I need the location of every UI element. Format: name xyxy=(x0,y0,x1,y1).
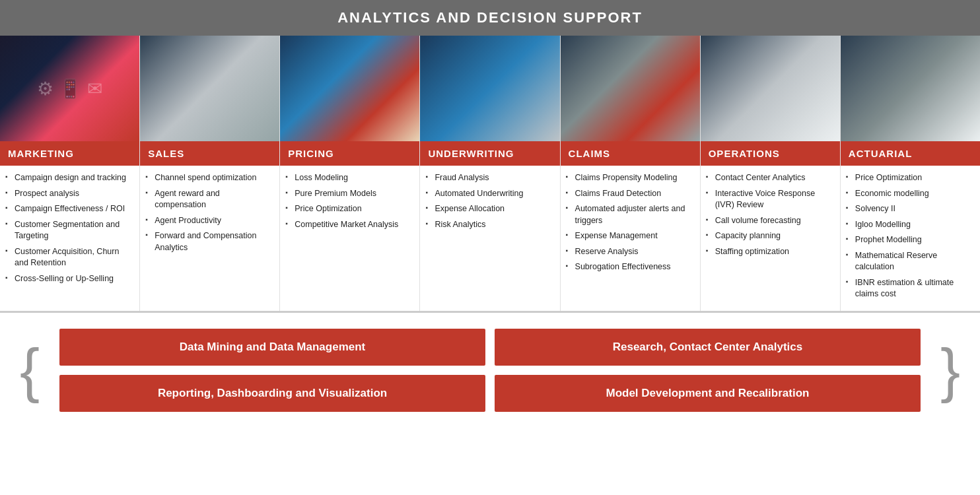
list-item: Price Optimization xyxy=(285,203,413,215)
list-item: Contact Center Analytics xyxy=(706,172,833,184)
list-item: Competitive Market Analysis xyxy=(285,219,413,231)
bottom-item: Model Development and Recalibration xyxy=(495,375,921,412)
list-item: Forward and Compensation Analytics xyxy=(145,230,273,253)
brace-right-icon: } xyxy=(940,341,960,400)
col-header-marketing: MARKETING xyxy=(0,141,139,166)
col-header-underwriting: UNDERWRITING xyxy=(420,141,559,166)
list-item: Price Optimization xyxy=(846,172,973,184)
brace-left-icon: { xyxy=(20,341,40,400)
list-item: Campaign design and tracking xyxy=(5,172,133,184)
col-image-operations xyxy=(701,36,840,141)
col-content-operations: Contact Center AnalyticsInteractive Voic… xyxy=(701,166,840,311)
list-item: Loss Modeling xyxy=(285,172,413,184)
list-item: Capacity planning xyxy=(706,230,833,242)
list-item: Agent reward and compensation xyxy=(145,188,273,211)
col-pricing: PRICINGLoss ModelingPure Premium ModelsP… xyxy=(280,36,420,311)
columns-wrapper: MARKETINGCampaign design and trackingPro… xyxy=(0,36,980,313)
col-sales: SALESChannel spend optimizationAgent rew… xyxy=(140,36,280,311)
col-content-claims: Claims Propensity ModelingClaims Fraud D… xyxy=(561,166,700,311)
list-item: Expense Management xyxy=(566,230,693,242)
col-actuarial: ACTUARIALPrice OptimizationEconomic mode… xyxy=(841,36,980,311)
col-content-pricing: Loss ModelingPure Premium ModelsPrice Op… xyxy=(280,166,419,311)
col-header-pricing: PRICING xyxy=(280,141,419,166)
list-item: Automated adjuster alerts and triggers xyxy=(566,203,693,226)
list-item: Customer Segmentation and Targeting xyxy=(5,219,133,242)
col-underwriting: UNDERWRITINGFraud AnalysisAutomated Unde… xyxy=(420,36,560,311)
list-item: Risk Analytics xyxy=(425,219,553,231)
col-image-pricing xyxy=(280,36,419,141)
list-item: Pure Premium Models xyxy=(285,188,413,200)
bottom-item: Reporting, Dashboarding and Visualizatio… xyxy=(59,375,485,412)
col-header-claims: CLAIMS xyxy=(561,141,700,166)
list-item: Claims Fraud Detection xyxy=(566,188,693,200)
list-item: Staffing optimization xyxy=(706,246,833,258)
col-content-sales: Channel spend optimizationAgent reward a… xyxy=(140,166,279,311)
bottom-item: Data Mining and Data Management xyxy=(59,329,485,366)
col-image-sales xyxy=(140,36,279,141)
col-header-sales: SALES xyxy=(140,141,279,166)
bottom-section: { Data Mining and Data ManagementResearc… xyxy=(0,313,980,428)
list-item: Call volume forecasting xyxy=(706,215,833,227)
list-item: Fraud Analysis xyxy=(425,172,553,184)
list-item: Igloo Modelling xyxy=(846,219,973,231)
list-item: Agent Productivity xyxy=(145,215,273,227)
bottom-grid: Data Mining and Data ManagementResearch,… xyxy=(59,329,921,412)
list-item: Prophet Modelling xyxy=(846,234,973,246)
list-item: Claims Propensity Modeling xyxy=(566,172,693,184)
list-item: Channel spend optimization xyxy=(145,172,273,184)
list-item: Expense Allocation xyxy=(425,203,553,215)
col-content-marketing: Campaign design and trackingProspect ana… xyxy=(0,166,139,311)
col-image-claims xyxy=(561,36,700,141)
list-item: Subrogation Effectiveness xyxy=(566,261,693,273)
list-item: Customer Acquisition, Churn and Retentio… xyxy=(5,246,133,269)
col-header-actuarial: ACTUARIAL xyxy=(841,141,980,166)
list-item: Solvency II xyxy=(846,203,973,215)
col-content-underwriting: Fraud AnalysisAutomated UnderwritingExpe… xyxy=(420,166,559,311)
list-item: IBNR estimation & ultimate claims cost xyxy=(846,277,973,300)
col-header-operations: OPERATIONS xyxy=(701,141,840,166)
col-operations: OPERATIONSContact Center AnalyticsIntera… xyxy=(701,36,841,311)
list-item: Reserve Analysis xyxy=(566,246,693,258)
col-content-actuarial: Price OptimizationEconomic modellingSolv… xyxy=(841,166,980,311)
col-marketing: MARKETINGCampaign design and trackingPro… xyxy=(0,36,140,311)
bottom-item: Research, Contact Center Analytics xyxy=(495,329,921,366)
col-image-marketing xyxy=(0,36,139,141)
col-image-underwriting xyxy=(420,36,559,141)
list-item: Cross-Selling or Up-Selling xyxy=(5,273,133,285)
col-image-actuarial xyxy=(841,36,980,141)
col-claims: CLAIMSClaims Propensity ModelingClaims F… xyxy=(561,36,701,311)
list-item: Economic modelling xyxy=(846,188,973,200)
list-item: Automated Underwriting xyxy=(425,188,553,200)
list-item: Interactive Voice Response (IVR) Review xyxy=(706,188,833,211)
list-item: Prospect analysis xyxy=(5,188,133,200)
page-title: ANALYTICS AND DECISION SUPPORT xyxy=(0,0,980,36)
list-item: Mathematical Reserve calculation xyxy=(846,250,973,273)
list-item: Campaign Effectiveness / ROI xyxy=(5,203,133,215)
